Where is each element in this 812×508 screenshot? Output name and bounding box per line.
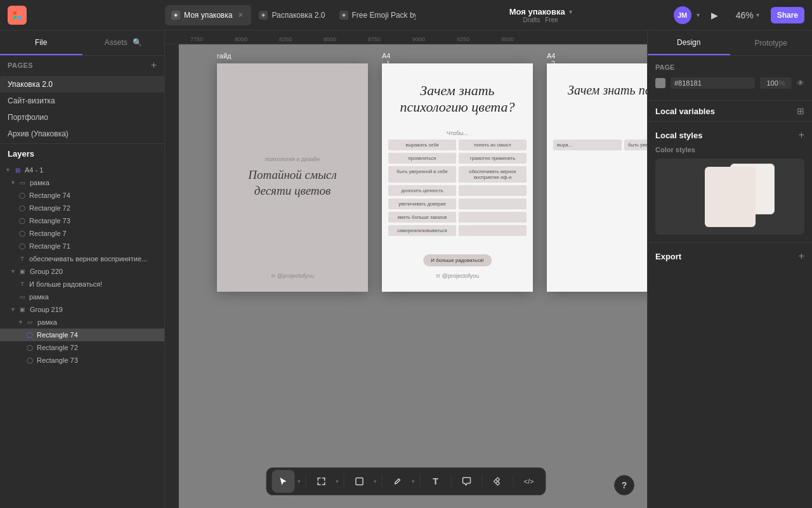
page-item-portfolio[interactable]: Портфолио bbox=[0, 109, 164, 126]
export-label: Export bbox=[655, 252, 681, 261]
tab-close-moya[interactable]: ✕ bbox=[236, 11, 245, 20]
pen-tool-arrow[interactable]: ▾ bbox=[410, 478, 416, 485]
group-icon-219: ▣ bbox=[18, 305, 27, 314]
layer-item-a4-1[interactable]: ▼ ⊞ A4 - 1 bbox=[0, 164, 164, 176]
ellipse-icon-73a: ◯ bbox=[18, 216, 27, 225]
local-styles-header[interactable]: Local styles + bbox=[655, 129, 804, 141]
tab-moya[interactable]: ◈ Моя упаковка ✕ bbox=[165, 5, 251, 25]
tab-prototype[interactable]: Prototype bbox=[730, 30, 813, 55]
variables-edit-icon[interactable]: ⊞ bbox=[797, 106, 804, 116]
chevron-zoom-icon: ▾ bbox=[756, 11, 759, 18]
group-icon-220: ▣ bbox=[18, 267, 27, 276]
zoom-level: 46% bbox=[736, 10, 754, 20]
tab-list: ◈ Моя упаковка ✕ ◈ Распаковка 2.0 ◈ Free… bbox=[165, 5, 416, 25]
layer-item-ibolshe[interactable]: T И больше радоваться! bbox=[0, 278, 164, 290]
layer-item-rect7[interactable]: ◯ Rectangle 7 bbox=[0, 227, 164, 240]
frame-tool-arrow[interactable]: ▾ bbox=[334, 478, 340, 485]
tab-file[interactable]: File bbox=[0, 30, 82, 55]
svg-rect-2 bbox=[13, 16, 16, 19]
page-item-label-arhiv: Архив (Упаковка) bbox=[8, 129, 69, 138]
page-color-swatch[interactable] bbox=[655, 78, 665, 88]
layer-item-ramka3[interactable]: ▼ ▭ рамка bbox=[0, 316, 164, 329]
toolbar-separator-1 bbox=[306, 475, 306, 488]
help-button[interactable]: ? bbox=[614, 475, 634, 495]
tab-icon-moya: ◈ bbox=[171, 11, 180, 20]
left-panel: File Assets 🔍 Pages + Упаковка 2.0 Сайт-… bbox=[0, 30, 165, 508]
page-opacity-value[interactable]: 100 % bbox=[760, 77, 792, 89]
topbar: ◈ Моя упаковка ✕ ◈ Распаковка 2.0 ◈ Free… bbox=[0, 0, 812, 30]
layer-item-group219[interactable]: ▼ ▣ Group 219 bbox=[0, 303, 164, 316]
layers-header[interactable]: Layers bbox=[0, 144, 164, 164]
export-header[interactable]: Export + bbox=[655, 251, 804, 262]
shape-tool-button[interactable] bbox=[348, 470, 371, 493]
page-item-arhiv[interactable]: Архив (Упаковка) bbox=[0, 126, 164, 142]
color-preview-area bbox=[655, 159, 804, 235]
chevron-avatar-icon[interactable]: ▾ bbox=[697, 11, 700, 18]
search-icon[interactable]: 🔍 bbox=[133, 38, 142, 47]
add-export-icon[interactable]: + bbox=[799, 251, 804, 262]
layer-label-rect72a: Rectangle 72 bbox=[29, 204, 159, 212]
page-item-sayt[interactable]: Сайт-визитка bbox=[0, 93, 164, 109]
tab-raspakovka[interactable]: ◈ Распаковка 2.0 bbox=[252, 5, 331, 25]
page-color-value[interactable]: #818181 bbox=[671, 77, 755, 89]
vertical-ruler bbox=[165, 44, 179, 508]
layer-item-ramka2[interactable]: ▭ рамка bbox=[0, 290, 164, 303]
layer-item-obespech[interactable]: T обеспечивать верное воспринятие... bbox=[0, 252, 164, 265]
frame-a4-2[interactable]: Зачем знать психо... выра... быть уве... bbox=[547, 63, 647, 292]
layer-label-rect73b: Rectangle 73 bbox=[37, 356, 159, 364]
layer-label-group220: Group 220 bbox=[30, 268, 159, 275]
move-tool-arrow[interactable]: ▾ bbox=[296, 478, 302, 485]
layers-list: ▼ ⊞ A4 - 1 ▼ ▭ рамка ◯ Rectangle 74 bbox=[0, 164, 164, 508]
comment-tool-button[interactable] bbox=[455, 470, 478, 493]
local-variables-section: Local variables ⊞ bbox=[648, 101, 812, 122]
move-tool-button[interactable] bbox=[272, 470, 295, 493]
layer-item-rect73a[interactable]: ◯ Rectangle 73 bbox=[0, 214, 164, 227]
add-local-style-icon[interactable]: + bbox=[799, 129, 804, 141]
tab-emoji[interactable]: ◈ Free Emoji Pack by Paca (Community bbox=[333, 5, 416, 25]
svg-rect-0 bbox=[13, 11, 16, 15]
draft-label: Drafts bbox=[523, 16, 540, 23]
pen-tool-button[interactable] bbox=[386, 470, 409, 493]
tab-assets[interactable]: Assets 🔍 bbox=[82, 30, 165, 55]
topbar-left bbox=[0, 6, 165, 25]
add-page-button[interactable]: + bbox=[151, 60, 157, 71]
svg-rect-1 bbox=[18, 11, 21, 15]
frame-a4-1[interactable]: Зачем знать психологию цвета? Чтобы... в… bbox=[382, 63, 533, 292]
frame-tool-button[interactable] bbox=[310, 470, 333, 493]
eye-icon[interactable]: 👁 bbox=[797, 79, 804, 88]
share-button[interactable]: Share bbox=[771, 7, 804, 23]
text-tool-button[interactable]: T bbox=[424, 470, 447, 493]
figma-logo[interactable] bbox=[8, 6, 27, 25]
zoom-button[interactable]: 46% ▾ bbox=[730, 6, 766, 24]
page-item-upakovka[interactable]: Упаковка 2.0 bbox=[0, 76, 164, 93]
layers-title: Layers bbox=[8, 149, 34, 159]
right-panel: Design Prototype Page #818181 100 % 👁 bbox=[647, 30, 812, 508]
layer-item-group220[interactable]: ▼ ▣ Group 220 bbox=[0, 265, 164, 278]
canvas-area[interactable]: 7750 8000 8250 8500 8750 9000 9250 9500 … bbox=[165, 30, 647, 508]
layer-item-rect71[interactable]: ◯ Rectangle 71 bbox=[0, 240, 164, 252]
chevron-down-icon[interactable]: ▾ bbox=[569, 8, 572, 15]
tab-design[interactable]: Design bbox=[648, 30, 730, 55]
toolbar-separator-4 bbox=[420, 475, 421, 488]
present-button[interactable]: ▶ bbox=[705, 6, 724, 24]
ruler-tick-9250: 9250 bbox=[457, 36, 469, 42]
frame-guide[interactable]: тг @projectofyou психология и дизайн Пот… bbox=[217, 63, 368, 292]
layer-item-rect74b[interactable]: ◯ Rectangle 74 bbox=[0, 329, 164, 341]
code-tool-button[interactable]: </> bbox=[518, 470, 540, 493]
shape-tool-arrow[interactable]: ▾ bbox=[372, 478, 378, 485]
layer-item-ramka1[interactable]: ▼ ▭ рамка bbox=[0, 176, 164, 189]
layer-label-rect71: Rectangle 71 bbox=[29, 242, 159, 250]
component-tool-button[interactable] bbox=[487, 470, 509, 493]
pages-header: Pages + bbox=[0, 56, 164, 75]
ruler-tick-8250: 8250 bbox=[279, 36, 292, 42]
layer-label-group219: Group 219 bbox=[30, 306, 159, 313]
chevron-ramka1-icon: ▼ bbox=[10, 179, 16, 186]
layer-item-rect74a[interactable]: ◯ Rectangle 74 bbox=[0, 189, 164, 202]
tab-icon-emoji: ◈ bbox=[339, 11, 348, 20]
pages-label: Pages bbox=[8, 62, 33, 69]
layer-item-rect73b[interactable]: ◯ Rectangle 73 bbox=[0, 354, 164, 367]
layer-label-rect74b: Rectangle 74 bbox=[37, 331, 159, 339]
layer-item-rect72a[interactable]: ◯ Rectangle 72 bbox=[0, 202, 164, 214]
ellipse-icon-72a: ◯ bbox=[18, 204, 27, 212]
layer-item-rect72b[interactable]: ◯ Rectangle 72 bbox=[0, 341, 164, 354]
